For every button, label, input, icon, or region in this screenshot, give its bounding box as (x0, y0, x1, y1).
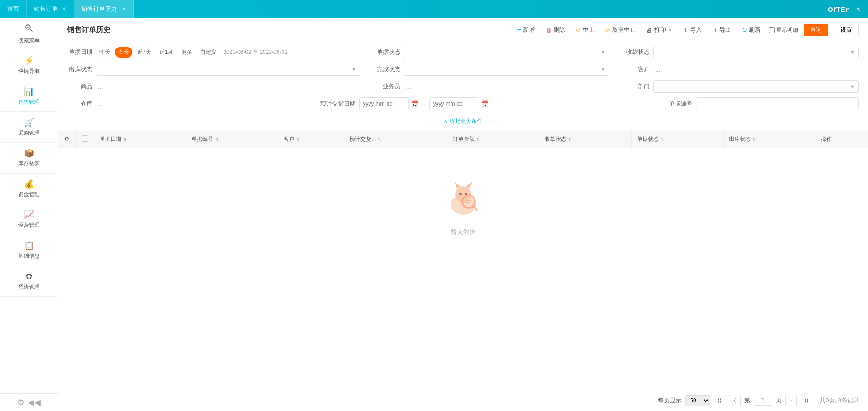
th-action: 操作 (815, 131, 868, 148)
payment-status-select[interactable]: ▼ (653, 46, 859, 58)
th-payment-status-sort[interactable]: 收款状态 ⇅ (545, 135, 572, 143)
date-more-btn[interactable]: 更多 (178, 47, 195, 58)
print-arrow-icon: ▼ (668, 28, 672, 33)
import-icon: ⬇ (683, 27, 688, 34)
last-page-btn[interactable]: ⟩⟩ (801, 395, 812, 406)
th-action-label: 操作 (821, 136, 832, 142)
export-button[interactable]: ⬆ 导出 (710, 24, 734, 36)
th-payment-status: 收款状态 ⇅ (539, 131, 631, 148)
cancel-stop-button[interactable]: ⊘ 取消中止 (603, 24, 638, 36)
sidebar-item-finance[interactable]: 💰 资金管理 (0, 174, 58, 204)
add-icon: + (517, 26, 521, 34)
display-toggle-label: 显示明细 (777, 26, 798, 34)
page-title: 销售订单历史 (67, 25, 110, 35)
display-toggle-checkbox[interactable] (769, 27, 775, 33)
sidebar-item-search-menu-label: 搜索菜单 (18, 37, 40, 44)
print-icon: 🖨 (647, 27, 652, 34)
query-label: 查询 (810, 26, 822, 34)
settings-button[interactable]: 设置 (834, 24, 859, 36)
date-yesterday-btn[interactable]: 昨天 (96, 47, 113, 58)
sidebar-item-quick-nav[interactable]: ⚡ 快捷导航 (0, 50, 58, 81)
sidebar-gear-icon[interactable]: ⚙ (17, 397, 24, 407)
date-last30-btn[interactable]: 近1月 (156, 47, 177, 58)
sidebar-item-operations[interactable]: 📈 经营管理 (0, 204, 58, 235)
tab-sales-order-history[interactable]: 销售订单历史 ✕ (74, 0, 134, 18)
stop-button[interactable]: ⊘ 中止 (573, 24, 597, 36)
sort-warehouse-status-icon: ⇅ (753, 137, 756, 142)
filter-payment-status: 收款状态 ▼ (624, 46, 859, 58)
date-label: 单据日期 (67, 48, 92, 56)
topbar-close-btn[interactable]: ✕ (856, 6, 861, 13)
sidebar-item-search-menu[interactable]: 搜索菜单 (0, 18, 58, 50)
sidebar-item-sales-mgmt[interactable]: 📊 销售管理 (0, 81, 58, 112)
th-delivery-date-sort[interactable]: 预计交货... ⇅ (350, 135, 381, 143)
table-area: ⚙ 单据日期 ⇅ 单据编号 (58, 131, 868, 390)
tab-home-label: 首页 (7, 5, 19, 13)
order-status-select[interactable]: ▼ (404, 46, 609, 58)
th-date-sort[interactable]: 单据日期 ⇅ (100, 135, 127, 143)
search-menu-icon (24, 24, 34, 35)
th-order-status-sort[interactable]: 单据状态 ⇅ (637, 135, 664, 143)
order-status-label: 单据状态 (375, 48, 400, 56)
empty-state: 暂无数据 (58, 148, 868, 263)
sidebar-item-system[interactable]: ⚙ 系统管理 (0, 266, 58, 297)
th-order-no-sort[interactable]: 单据编号 ⇅ (192, 135, 219, 143)
print-label: 打印 (654, 26, 666, 34)
delivery-date-label: 预计交货日期 (319, 100, 355, 108)
date-last7-btn[interactable]: 近7天 (134, 47, 154, 58)
warehouse-status-select[interactable]: ▼ (96, 63, 360, 76)
collapse-button[interactable]: ∧ 收起更多条件 (444, 117, 482, 125)
order-status-arrow-icon: ▼ (601, 49, 606, 55)
delivery-date-end-calendar-icon[interactable]: 📅 (481, 100, 489, 107)
tab-home[interactable]: 首页 (0, 0, 27, 18)
salesperson-picker-btn[interactable]: ... (404, 83, 413, 90)
delivery-date-start-input[interactable] (359, 97, 409, 110)
sidebar-item-quick-nav-label: 快捷导航 (18, 68, 40, 75)
total-info: 共0页, 0条记录 (820, 396, 859, 405)
th-amount-sort[interactable]: 订单金额 ⇅ (453, 135, 480, 143)
add-button[interactable]: + 新增 (514, 24, 537, 36)
page-size-select[interactable]: 10 20 50 100 (685, 395, 710, 406)
complete-status-label: 完成状态 (375, 65, 400, 73)
order-no-input[interactable] (696, 97, 859, 110)
tab-sales-order-history-close[interactable]: ✕ (121, 6, 126, 12)
query-button[interactable]: 查询 (804, 24, 828, 36)
delete-label: 删除 (553, 26, 565, 34)
customer-picker-btn[interactable]: ... (653, 66, 662, 73)
payment-status-label: 收款状态 (624, 48, 650, 56)
sidebar-item-basic-info[interactable]: 📋 基础信息 (0, 235, 58, 266)
tab-sales-order[interactable]: 销售订单 ✕ (27, 0, 74, 18)
delivery-date-end-input[interactable] (429, 97, 479, 110)
tab-sales-order-close[interactable]: ✕ (62, 6, 67, 12)
purchase-mgmt-icon: 🛒 (24, 117, 34, 127)
goods-picker-btn[interactable]: ... (96, 83, 105, 90)
import-button[interactable]: ⬇ 导入 (681, 24, 705, 36)
current-page-input[interactable] (754, 396, 772, 406)
prev-page-btn[interactable]: ⟨ (729, 395, 741, 406)
th-customer-sort[interactable]: 客户 ⇅ (283, 135, 300, 143)
delete-button[interactable]: 🗑 删除 (543, 24, 568, 36)
warehouse-picker-btn[interactable]: ... (96, 100, 105, 107)
date-today-btn[interactable]: 今天 (115, 47, 132, 58)
complete-status-select[interactable]: ▼ (404, 63, 609, 76)
th-warehouse-status-label: 出库状态 (729, 135, 751, 143)
next-page-btn[interactable]: ⟩ (785, 395, 797, 406)
sidebar-item-inventory[interactable]: 📦 库存核算 (0, 143, 58, 174)
quick-nav-icon: ⚡ (24, 56, 34, 66)
print-button[interactable]: 🖨 打印 ▼ (644, 24, 675, 36)
table-setting-icon[interactable]: ⚙ (64, 136, 69, 142)
dept-select[interactable]: ▼ (653, 80, 859, 93)
th-delivery-date: 预计交货... ⇅ (344, 131, 447, 148)
th-order-no: 单据编号 ⇅ (186, 131, 278, 148)
first-page-btn[interactable]: ⟨⟨ (714, 395, 725, 406)
date-custom-btn[interactable]: 自定义 (197, 47, 220, 58)
header-checkbox[interactable] (82, 135, 88, 142)
th-order-status-label: 单据状态 (637, 135, 659, 143)
sidebar-item-purchase-mgmt[interactable]: 🛒 采购管理 (0, 112, 58, 143)
sidebar-volume-icon[interactable]: ◀◀ (28, 397, 41, 407)
collapse-row: ∧ 收起更多条件 (67, 115, 859, 125)
delivery-date-start-calendar-icon[interactable]: 📅 (411, 100, 418, 107)
refresh-button[interactable]: ↻ 刷新 (739, 24, 763, 36)
th-warehouse-status-sort[interactable]: 出库状态 ⇅ (729, 135, 756, 143)
tabs-area: 首页 销售订单 ✕ 销售订单历史 ✕ (0, 0, 134, 18)
